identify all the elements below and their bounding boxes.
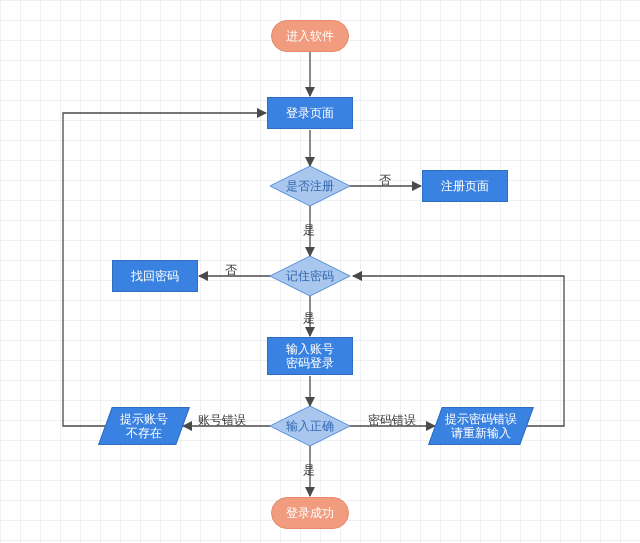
svg-marker-11 — [270, 256, 350, 296]
retrieve-pwd-label: 找回密码 — [131, 269, 179, 283]
success-label: 登录成功 — [286, 506, 334, 520]
register-page-node: 注册页面 — [422, 170, 508, 202]
input-login-node: 输入账号 密码登录 — [267, 337, 353, 375]
start-label: 进入软件 — [286, 29, 334, 43]
edge-label-pwd-error: 密码错误 — [368, 412, 416, 429]
edge-label-registered-no: 否 — [379, 172, 391, 189]
edge-label-remember-no: 否 — [225, 262, 237, 279]
input-correct-node: 输入正确 — [270, 406, 350, 446]
pwd-wrong-label: 提示密码错误 请重新输入 — [445, 412, 517, 440]
edge-label-registered-yes: 是 — [303, 222, 315, 239]
acct-missing-label: 提示账号 不存在 — [120, 412, 168, 440]
edge-label-remember-yes: 是 — [303, 310, 315, 327]
flowchart-canvas: 进入软件 登录页面 是否注册 注册页面 记住密码 找回密码 输入账号 密码登录 … — [0, 0, 640, 543]
success-node: 登录成功 — [271, 497, 349, 529]
pwd-wrong-node: 提示密码错误 请重新输入 — [428, 407, 534, 445]
svg-marker-12 — [270, 406, 350, 446]
login-page-label: 登录页面 — [286, 106, 334, 120]
login-page-node: 登录页面 — [267, 97, 353, 129]
retrieve-pwd-node: 找回密码 — [112, 260, 198, 292]
edge-label-acct-error: 账号错误 — [198, 412, 246, 429]
is-registered-node: 是否注册 — [270, 166, 350, 206]
edge-label-correct-yes: 是 — [303, 462, 315, 479]
input-login-label: 输入账号 密码登录 — [286, 342, 334, 370]
remember-pwd-node: 记住密码 — [270, 256, 350, 296]
acct-missing-node: 提示账号 不存在 — [98, 407, 190, 445]
start-node: 进入软件 — [271, 20, 349, 52]
register-page-label: 注册页面 — [441, 179, 489, 193]
svg-marker-10 — [270, 166, 350, 206]
